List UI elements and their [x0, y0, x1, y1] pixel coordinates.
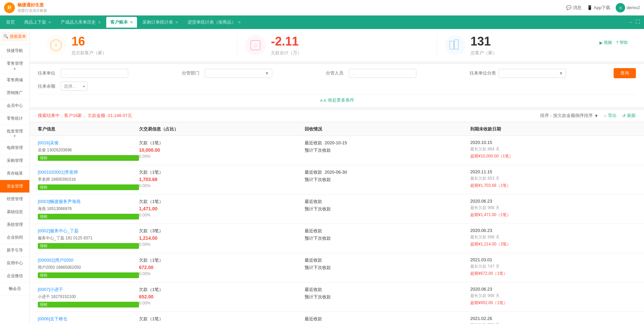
content-area: ¥ 16 总欠款客户（家） ◇ -2.11 欠款合计（万） — [30, 29, 644, 324]
sidebar-item-guide[interactable]: 新手引导 — [0, 244, 29, 257]
tab-product-listing-close[interactable]: ✕ — [48, 20, 51, 25]
customer-name-3[interactable]: [0003]畅捷服务尹海燕 — [38, 199, 139, 205]
tab-purchase-stats[interactable]: 采购订单统计表 ✕ — [138, 17, 182, 28]
overdue-days-1: 最长欠款 884 天 — [470, 146, 636, 152]
export-button[interactable]: ○ 导出 — [604, 113, 617, 119]
recovery-last-2: 最近收款 2020-06-30 — [305, 169, 470, 175]
minimize-icon[interactable]: － — [628, 19, 633, 25]
debt-ratio-5: 0.00% — [139, 271, 305, 276]
dept-select[interactable]: ▼ — [205, 69, 272, 78]
sidebar-item-member-center[interactable]: 会员中心 — [0, 99, 29, 112]
debt-info-5: 欠款（1笔） 672.00 0.00% — [139, 257, 305, 278]
overdue-amount-6[interactable]: 超期¥652.00（1笔） — [470, 300, 636, 306]
tab-home[interactable]: 首页 — [2, 17, 19, 28]
debt-info-7: 欠款（1笔） 455.90 0.00% — [139, 316, 305, 324]
sort-button[interactable]: 排序：按欠款金额倒序排序 ▼ — [540, 113, 598, 119]
tab-customer-ledger-close[interactable]: ✕ — [130, 20, 133, 25]
debt-count-7: 欠款（1笔） — [139, 316, 305, 322]
debt-count-2: 欠款（1笔） — [139, 169, 305, 175]
customer-info-3: [0003]畅捷服务尹海燕 海燕 18513066976 现销 — [38, 199, 139, 219]
search-button[interactable]: 查询 — [614, 68, 636, 78]
sidebar-item-purchase-mgmt[interactable]: 采购管理 — [0, 154, 29, 167]
overdue-amount-4[interactable]: 超期¥1,214.00（3笔） — [470, 241, 636, 247]
stat-icon-debt-total: ◇ — [245, 35, 265, 55]
debt-info-1: 欠款（1笔） 10,000.00 0.00% — [139, 140, 305, 161]
debt-count-4: 欠款（3笔） — [139, 228, 305, 234]
customer-name-2[interactable]: [0001020001]李老师 — [38, 169, 139, 175]
tab-goods-stats-close[interactable]: ✕ — [238, 20, 241, 25]
help-btn[interactable]: ? 帮助 — [616, 40, 628, 46]
sidebar-search-btn[interactable]: 🔍 搜索菜单 — [2, 32, 27, 41]
debt-ratio-2: 0.00% — [139, 183, 305, 188]
customer-info-4: [0002]服务中心_丁磊 服务中心_丁磊 181 0125 8371 现销 — [38, 228, 139, 249]
sidebar-item-wholesale-mgmt[interactable]: 批发管理 ▼ — [0, 125, 29, 142]
sidebar-item-chang-member[interactable]: 畅会员 — [0, 283, 29, 295]
overdue-amount-5[interactable]: 超期¥672.00（1笔） — [470, 271, 636, 276]
refresh-button[interactable]: ↺ 刷新 — [622, 113, 636, 119]
overdue-amount-2[interactable]: 超期¥1,703.68（1笔） — [470, 183, 636, 188]
recovery-info-1: 最近收款 2020-10-15 预计下次收款 — [305, 140, 470, 161]
sidebar-item-marketing[interactable]: 营销推广 — [0, 87, 29, 99]
overdue-amount-1[interactable]: 超期¥10,000.00（1笔） — [470, 153, 636, 159]
sidebar-item-basic-info[interactable]: 基础信息 — [0, 206, 29, 218]
balance-select[interactable]: 选择... 全部 正数 负数 — [61, 82, 88, 91]
customer-phone-6: 小进干 18279152100 — [38, 294, 139, 300]
overdue-days-7: 最长欠款 750 天 — [470, 322, 636, 324]
recovery-last-3: 最近收款 — [305, 199, 470, 205]
customer-tag-3: 现销 — [38, 214, 139, 219]
tab-purchase-history[interactable]: 产成品入库单历史 ✕ — [57, 17, 105, 28]
top-right-actions: 💬 消息 📱 App下载 d demo2 — [566, 3, 640, 12]
customer-name-4[interactable]: [0002]服务中心_丁磊 — [38, 228, 139, 234]
debt-ratio-1: 0.00% — [139, 154, 305, 159]
from-unit-input[interactable]: ... — [61, 69, 128, 78]
unit-class-select[interactable]: ▼ — [499, 69, 566, 78]
debt-info-3: 欠款（1笔） 1,471.00 0.00% — [139, 199, 305, 219]
sidebar-item-enterprise-wechat[interactable]: 企业微信 — [0, 270, 29, 283]
tab-bar: 首页 商品上下架 ✕ 产成品入库单历史 ✕ 客户账本 ✕ 采购订单统计表 ✕ 进… — [0, 16, 644, 29]
customer-name-5[interactable]: [000002]用户2050 — [38, 257, 139, 263]
sidebar-item-quick-nav[interactable]: 快捷导航 — [0, 45, 29, 57]
maximize-icon[interactable]: ⛶ — [636, 19, 640, 25]
sidebar-item-retail-mgmt[interactable]: 零售管理 ▲ — [0, 57, 29, 74]
customer-name-6[interactable]: [0007]小进干 — [38, 287, 139, 293]
tab-purchase-history-close[interactable]: ✕ — [98, 20, 101, 25]
recovery-last-1: 最近收款 2020-10-15 — [305, 140, 470, 146]
sidebar-item-operations-mgmt[interactable]: 经营管理 — [0, 193, 29, 206]
customer-name-1[interactable]: [0016]吴俊 — [38, 140, 139, 146]
debt-amount-6: 652.00 — [139, 294, 305, 299]
filter-area: 往来单位 ... 分管部门 ▼ 分管人员 ... — [30, 64, 644, 107]
result-amount-value: -21,148.07元 — [107, 113, 132, 118]
user-profile[interactable]: d demo2 — [616, 3, 640, 12]
tab-customer-ledger[interactable]: 客户账本 ✕ — [106, 17, 137, 28]
sidebar-item-finance-mgmt[interactable]: 资金管理 — [0, 180, 29, 193]
dept-label: 分管部门 — [182, 70, 202, 76]
recovery-info-4: 最近收款 预计下次收款 — [305, 228, 470, 249]
customer-name-7[interactable]: [0006]去下粮仓 — [38, 316, 139, 322]
person-input[interactable]: ... — [349, 69, 416, 78]
overdue-days-6: 最长欠款 998 天 — [470, 293, 636, 299]
tab-product-listing[interactable]: 商品上下架 ✕ — [20, 17, 55, 28]
tab-purchase-stats-close[interactable]: ✕ — [175, 20, 178, 25]
sidebar-item-inventory[interactable]: 库存核算 — [0, 167, 29, 180]
app-download-btn[interactable]: 📱 App下载 — [587, 5, 610, 11]
stat-info-total: 131 总客户（家） — [471, 34, 497, 56]
recovery-last-4: 最近收款 — [305, 228, 470, 234]
tab-goods-stats[interactable]: 进货单统计表（按商品） ✕ — [184, 17, 245, 28]
collapse-button[interactable]: ∧∧ 收起更多条件 — [320, 97, 354, 103]
sidebar-item-enterprise-collab[interactable]: 企业协同 — [0, 231, 29, 244]
sidebar-item-retail-mall[interactable]: 零售商城 — [0, 74, 29, 87]
debt-count-6: 欠款（1笔） — [139, 287, 305, 293]
person-label: 分管人员 — [326, 70, 346, 76]
sidebar-item-app-center[interactable]: 应用中心 — [0, 257, 29, 270]
message-btn[interactable]: 💬 消息 — [566, 5, 582, 11]
view-video-btn[interactable]: ▶ 视频 — [599, 40, 612, 46]
sidebar-item-system-mgmt[interactable]: 系统管理 — [0, 218, 29, 231]
customer-info-5: [000002]用户2050 用户2050 18665062050 现销 — [38, 257, 139, 278]
overdue-amount-3[interactable]: 超期¥1,471.00（1笔） — [470, 212, 636, 218]
tab-goods-stats-label: 进货单统计表（按商品） — [188, 19, 236, 25]
result-text: 搜索结果中，客户16家， 欠款金额 -21,148.07元 — [38, 113, 132, 119]
sidebar-item-ecommerce-mgmt[interactable]: 电商管理 — [0, 142, 29, 154]
overdue-days-5: 最长欠款 747 天 — [470, 264, 636, 269]
sidebar-item-retail-stats[interactable]: 零售统计 — [0, 112, 29, 125]
top-bar: 好 畅捷通好生意 母婴行业演示账套 💬 消息 📱 App下载 d demo2 — [0, 0, 644, 16]
